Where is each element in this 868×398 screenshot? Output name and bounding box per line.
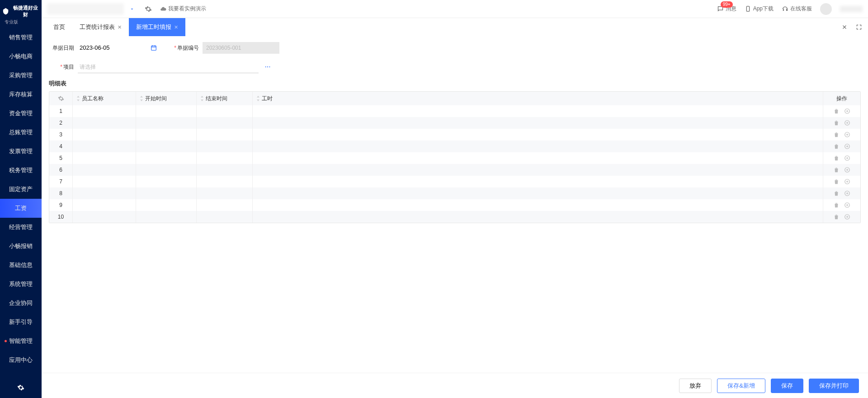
cell-end[interactable] [197,164,253,176]
cell-start[interactable] [136,140,197,152]
cell-end[interactable] [197,152,253,164]
cell-start[interactable] [136,176,197,187]
cell-end[interactable] [197,187,253,199]
table-row[interactable]: 6 [49,164,860,176]
table-row[interactable]: 5 [49,152,860,164]
tab-2[interactable]: 新增工时填报✕ [129,18,185,36]
sidebar-item-10[interactable]: 经营管理 [0,218,42,237]
delete-icon[interactable] [833,190,840,197]
cell-hours[interactable] [253,152,823,164]
delete-icon[interactable] [833,155,840,161]
sidebar-item-6[interactable]: 发票管理 [0,142,42,161]
cell-employee[interactable] [73,152,136,164]
cell-hours[interactable] [253,117,823,129]
add-row-icon[interactable] [844,143,850,150]
cell-start[interactable] [136,187,197,199]
cell-start[interactable] [136,164,197,176]
delete-icon[interactable] [833,108,840,114]
tab-close-icon[interactable]: ✕ [118,24,122,30]
delete-icon[interactable] [833,120,840,126]
username[interactable] [840,6,863,12]
project-lookup-button[interactable]: ··· [265,64,271,70]
delete-icon[interactable] [833,167,840,173]
tab-1[interactable]: 工资统计报表✕ [72,18,129,36]
sidebar-item-3[interactable]: 库存核算 [0,85,42,104]
close-all-tabs-button[interactable] [840,23,849,32]
add-row-icon[interactable] [844,131,850,138]
grid-header-start[interactable]: 开始时间 [136,92,197,105]
cell-employee[interactable] [73,187,136,199]
sidebar-item-8[interactable]: 固定资产 [0,180,42,199]
cell-start[interactable] [136,211,197,223]
support-button[interactable]: 在线客服 [782,5,812,13]
cell-employee[interactable] [73,164,136,176]
table-row[interactable]: 7 [49,176,860,187]
add-row-icon[interactable] [844,108,850,114]
sidebar-settings[interactable] [0,379,42,398]
cell-hours[interactable] [253,164,823,176]
cell-hours[interactable] [253,176,823,187]
delete-icon[interactable] [833,214,840,220]
company-selector[interactable] [47,3,124,15]
add-row-icon[interactable] [844,214,850,220]
table-row[interactable]: 10 [49,211,860,223]
cell-start[interactable] [136,129,197,140]
sidebar-item-4[interactable]: 资金管理 [0,104,42,123]
add-row-icon[interactable] [844,178,850,185]
cell-employee[interactable] [73,117,136,129]
grid-header-settings[interactable] [49,92,73,105]
cell-end[interactable] [197,176,253,187]
app-download-button[interactable]: App下载 [745,5,774,13]
delete-icon[interactable] [833,131,840,138]
top-settings-button[interactable] [144,5,153,14]
avatar[interactable] [820,3,832,15]
sidebar-item-13[interactable]: 系统管理 [0,275,42,294]
cell-employee[interactable] [73,176,136,187]
sidebar-item-2[interactable]: 采购管理 [0,66,42,85]
table-row[interactable]: 1 [49,105,860,117]
table-row[interactable]: 8 [49,187,860,199]
cell-hours[interactable] [253,187,823,199]
delete-icon[interactable] [833,202,840,208]
save-and-new-button[interactable]: 保存&新增 [717,379,765,393]
cell-start[interactable] [136,105,197,117]
add-row-icon[interactable] [844,167,850,173]
cell-end[interactable] [197,105,253,117]
delete-icon[interactable] [833,143,840,150]
project-input[interactable] [78,61,259,73]
sidebar-item-14[interactable]: 企业协同 [0,294,42,313]
cell-employee[interactable] [73,140,136,152]
cell-start[interactable] [136,152,197,164]
cell-hours[interactable] [253,199,823,211]
table-row[interactable]: 3 [49,129,860,140]
sidebar-item-1[interactable]: 小畅电商 [0,47,42,66]
cell-end[interactable] [197,117,253,129]
tab-0[interactable]: 首页 [46,18,72,36]
add-row-icon[interactable] [844,190,850,197]
fullscreen-button[interactable] [854,23,863,32]
discard-button[interactable]: 放弃 [679,379,712,393]
sidebar-item-11[interactable]: 小畅报销 [0,237,42,256]
sidebar-item-12[interactable]: 基础信息 [0,256,42,275]
messages-button[interactable]: 99+ 消息 [717,5,736,13]
company-dropdown-icon[interactable] [127,5,137,14]
demo-link[interactable]: 我要看实例演示 [160,5,206,13]
cell-hours[interactable] [253,140,823,152]
cell-end[interactable] [197,140,253,152]
cell-start[interactable] [136,117,197,129]
cell-employee[interactable] [73,199,136,211]
add-row-icon[interactable] [844,120,850,126]
sidebar-item-15[interactable]: 新手引导 [0,313,42,332]
table-row[interactable]: 4 [49,140,860,152]
calendar-icon[interactable] [150,44,157,52]
save-button[interactable]: 保存 [771,379,803,393]
sidebar-item-5[interactable]: 总账管理 [0,123,42,142]
sidebar-item-9[interactable]: 工资 [0,199,42,218]
tab-close-icon[interactable]: ✕ [174,24,178,30]
cell-end[interactable] [197,211,253,223]
cell-employee[interactable] [73,105,136,117]
cell-employee[interactable] [73,129,136,140]
grid-header-end[interactable]: 结束时间 [197,92,253,105]
sidebar-item-17[interactable]: 应用中心 [0,351,42,370]
delete-icon[interactable] [833,178,840,185]
